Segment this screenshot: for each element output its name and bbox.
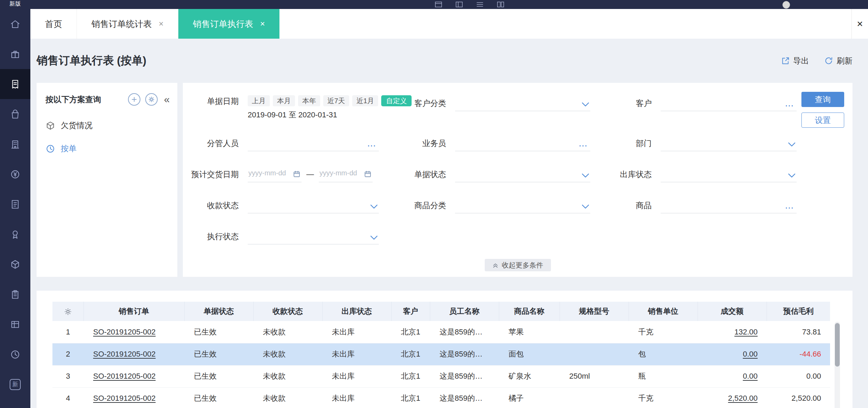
product-picker[interactable]: ⋯	[661, 197, 797, 213]
layout-icon-2[interactable]	[455, 1, 463, 8]
sidebar-item-store[interactable]	[0, 129, 30, 159]
column-header[interactable]: 销售单位	[629, 302, 698, 321]
amount-link[interactable]: 0.00	[743, 372, 758, 380]
date-quick-chip[interactable]: 近1月	[352, 95, 378, 106]
calendar-icon[interactable]	[293, 170, 301, 179]
cell-spec: 250ml	[560, 365, 629, 387]
sidebar-item-reports[interactable]	[0, 309, 30, 339]
layout-icon-3[interactable]	[476, 1, 484, 8]
table-row[interactable]: 2SO-20191205-002已生效未收款未出库北京1这是859的…面包包0.…	[52, 343, 830, 365]
orders-table: 销售订单单据状态收款状态出库状态客户员工名称商品名称规格型号销售单位成交额预估毛…	[52, 302, 830, 408]
order-link[interactable]: SO-20191205-002	[93, 350, 156, 358]
customer-label: 客户	[594, 95, 657, 111]
doc-status-select[interactable]	[455, 166, 590, 182]
cell-customer: 北京1	[391, 321, 430, 343]
department-select[interactable]	[661, 135, 797, 151]
delivery-date-to-wrap	[319, 166, 373, 182]
column-header[interactable]: 出库状态	[322, 302, 391, 321]
date-quick-chip[interactable]: 近7天	[323, 95, 349, 106]
collapse-scheme-panel-icon[interactable]: «	[164, 94, 170, 105]
payment-status-select[interactable]	[248, 197, 379, 213]
column-header[interactable]: 客户	[391, 302, 430, 321]
sidebar-item-checklist[interactable]	[0, 279, 30, 309]
amount-link[interactable]: 0.00	[743, 350, 758, 358]
panels-row: 按以下方案查询 «	[37, 83, 852, 277]
column-header[interactable]: 员工名称	[430, 302, 499, 321]
settings-button[interactable]: 设置	[801, 113, 844, 128]
sidebar-item-approval[interactable]	[0, 219, 30, 249]
sidebar-item-finance[interactable]	[0, 159, 30, 189]
doc-date-label: 单据日期	[188, 95, 244, 107]
sidebar-item-sales-report[interactable]	[0, 69, 30, 99]
export-label: 导出	[793, 56, 809, 66]
collapse-more-conditions-button[interactable]: 收起更多条件	[485, 259, 551, 271]
date-quick-chip[interactable]: 本月	[273, 95, 295, 106]
amount-link[interactable]: 2,520.00	[728, 394, 758, 402]
scheme-item-by-order[interactable]: 按单	[46, 143, 170, 154]
tab-sales-order-stats[interactable]: 销售订单统计表 ×	[77, 9, 178, 39]
scrollbar-thumb[interactable]	[835, 323, 840, 367]
date-range-value: 2019-09-01 至 2020-01-31	[248, 110, 379, 120]
date-quick-chip[interactable]: 本年	[298, 95, 320, 106]
vertical-scrollbar[interactable]	[835, 322, 840, 408]
tab-home[interactable]: 首页	[30, 9, 77, 39]
sidebar-item-purchase[interactable]	[0, 99, 30, 129]
product-category-select[interactable]	[455, 197, 590, 213]
table-row[interactable]: 4SO-20191205-002已生效未收款未出库北京1这是859的…橘子千克2…	[52, 387, 830, 408]
column-header[interactable]: 收款状态	[253, 302, 322, 321]
calendar-icon[interactable]	[364, 170, 372, 179]
query-button[interactable]: 查询	[801, 92, 844, 107]
refresh-button[interactable]: 刷新	[824, 56, 852, 66]
outbound-status-select[interactable]	[661, 166, 797, 182]
customer-category-select[interactable]	[455, 95, 590, 111]
ellipsis-icon: ⋯	[785, 101, 795, 110]
customer-picker[interactable]: ⋯	[661, 95, 797, 111]
column-header[interactable]: 商品名称	[499, 302, 560, 321]
double-chevron-up-icon	[492, 262, 499, 268]
cell-index: 1	[52, 321, 83, 343]
layout-icon-1[interactable]	[435, 1, 442, 8]
date-quick-chip[interactable]: 上月	[248, 95, 270, 106]
tab-close-icon[interactable]: ×	[260, 20, 265, 28]
cell-unit: 千克	[629, 387, 698, 408]
table-row[interactable]: 1SO-20191205-002已生效未收款未出库北京1这是859的…苹果千克1…	[52, 321, 830, 343]
column-header[interactable]: 规格型号	[560, 302, 629, 321]
sidebar-item-inventory[interactable]	[0, 249, 30, 279]
cell-order: SO-20191205-002	[83, 365, 184, 387]
order-link[interactable]: SO-20191205-002	[93, 394, 156, 402]
manager-picker[interactable]: ⋯	[248, 135, 379, 151]
sidebar-item-new[interactable]: 新	[0, 369, 30, 399]
execution-status-select[interactable]	[248, 229, 379, 244]
order-link[interactable]: SO-20191205-002	[93, 328, 156, 336]
sidebar-item-home[interactable]	[0, 9, 30, 39]
export-button[interactable]: 导出	[781, 56, 809, 66]
tab-close-icon[interactable]: ×	[159, 20, 164, 28]
scheme-settings-button[interactable]	[145, 93, 158, 106]
scheme-item-shortage[interactable]: 欠货情况	[46, 120, 170, 131]
close-panel-button[interactable]: ×	[851, 9, 868, 39]
orders-table-body: 1SO-20191205-002已生效未收款未出库北京1这是859的…苹果千克1…	[52, 321, 830, 408]
sidebar-item-history[interactable]	[0, 339, 30, 369]
column-header[interactable]: 预估毛利	[767, 302, 830, 321]
amount-link[interactable]: 132.00	[734, 328, 758, 336]
tab-sales-order-execution[interactable]: 销售订单执行表 ×	[178, 9, 279, 39]
column-header[interactable]: 成交额	[698, 302, 767, 321]
salesman-picker[interactable]: ⋯	[455, 135, 590, 151]
column-header[interactable]: 销售订单	[83, 302, 184, 321]
cell-product: 橘子	[499, 387, 560, 408]
gear-icon	[63, 307, 72, 316]
user-avatar[interactable]	[782, 1, 790, 9]
order-link[interactable]: SO-20191205-002	[93, 372, 156, 380]
column-settings-header[interactable]	[52, 302, 83, 321]
ellipsis-icon: ⋯	[579, 141, 588, 150]
sidebar: 新版	[0, 0, 30, 408]
department-label: 部门	[594, 135, 657, 151]
sidebar-item-goods[interactable]	[0, 39, 30, 69]
column-header[interactable]: 单据状态	[184, 302, 253, 321]
date-quick-options: 上月本月本年近7天近1月	[248, 95, 378, 106]
table-row[interactable]: 3SO-20191205-002已生效未收款未出库北京1这是859的…矿泉水25…	[52, 365, 830, 387]
cell-amount: 0.00	[698, 365, 767, 387]
sidebar-item-invoice[interactable]	[0, 189, 30, 219]
add-scheme-button[interactable]	[128, 93, 140, 106]
layout-icon-4[interactable]	[497, 1, 504, 8]
